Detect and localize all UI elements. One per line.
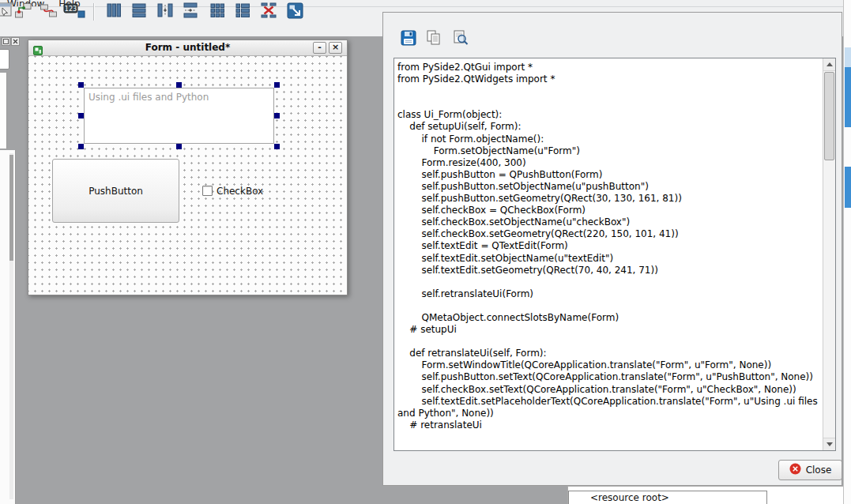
layout-vertical-icon — [130, 1, 149, 23]
scroll-up-button[interactable] — [823, 58, 835, 71]
dock-close-button[interactable] — [11, 37, 20, 46]
layout-horizontal-splitter-icon — [156, 1, 175, 23]
copy-code-button[interactable] — [423, 28, 445, 51]
layout-form-icon — [233, 1, 252, 23]
layout-form-button[interactable] — [232, 1, 253, 23]
arrow-down-icon — [827, 442, 833, 446]
arrow-up-icon — [827, 62, 833, 66]
code-view[interactable]: from PySide2.QtGui import * from PySide2… — [393, 58, 836, 451]
layout-horizontal-button[interactable] — [104, 1, 124, 23]
layout-vertical-button[interactable] — [129, 1, 149, 23]
right-edge-scroll-segment-2 — [845, 167, 851, 208]
find-icon — [452, 29, 469, 50]
toolbar-separator — [93, 3, 95, 21]
selection-handle-bottom-middle[interactable] — [176, 144, 182, 149]
form-designer-window: Form - untitled* - × Using .ui files and… — [28, 39, 348, 295]
designed-textedit-widget[interactable]: Using .ui files and Python — [84, 88, 274, 144]
save-icon — [400, 29, 417, 50]
svg-text:123: 123 — [65, 5, 77, 12]
textedit-placeholder-text: Using .ui files and Python — [85, 88, 273, 106]
save-code-button[interactable] — [397, 28, 420, 51]
edit-signals-slots-icon — [14, 2, 32, 23]
layout-grid-button[interactable] — [207, 1, 228, 23]
layout-vertical-splitter-icon — [181, 1, 200, 23]
layout-horizontal-splitter-button[interactable] — [155, 1, 175, 23]
break-layout-button[interactable] — [258, 1, 279, 23]
selection-handle-top-right[interactable] — [274, 82, 280, 88]
layout-vertical-splitter-button[interactable] — [180, 1, 201, 23]
adjust-size-icon — [285, 1, 305, 24]
designed-pushbutton-widget[interactable]: PushButton — [52, 159, 179, 223]
form-canvas[interactable]: Using .ui files and Python PushButton Ch… — [28, 56, 347, 295]
right-edge-scroll-segment-light — [845, 47, 851, 67]
pushbutton-label: PushButton — [88, 186, 143, 197]
form-window-titlebar[interactable]: Form - untitled* - × — [28, 40, 347, 56]
edit-buddies-button[interactable] — [38, 1, 58, 23]
widgetbox-filter-input[interactable] — [0, 49, 9, 70]
edit-signals-slots-button[interactable] — [13, 1, 33, 23]
copy-icon — [425, 29, 442, 50]
right-edge-scroll-segment-1 — [845, 67, 851, 127]
selection-handle-middle-left[interactable] — [78, 113, 84, 118]
layout-grid-icon — [208, 1, 227, 23]
left-dock-panel-top — [0, 73, 7, 149]
selection-handle-bottom-right[interactable] — [274, 144, 280, 149]
view-code-dialog: from PySide2.QtGui import * from PySide2… — [382, 12, 842, 486]
form-window-title: Form - untitled* — [28, 42, 347, 53]
resource-root-item[interactable]: <resource root> — [568, 491, 767, 504]
code-scrollbar-thumb[interactable] — [824, 72, 834, 160]
left-dock-panel-bottom — [0, 150, 16, 504]
layout-horizontal-icon — [104, 1, 123, 23]
form-close-button[interactable]: × — [329, 42, 342, 54]
selection-handle-top-left[interactable] — [78, 82, 84, 88]
edit-buddies-icon — [40, 2, 58, 23]
dock-float-icon — [3, 39, 9, 44]
edit-widgets-icon — [0, 1, 13, 23]
adjust-size-button[interactable] — [284, 1, 305, 23]
main-toolbar: 123 — [0, 0, 442, 25]
dock-float-button[interactable] — [2, 37, 10, 46]
find-in-code-button[interactable] — [450, 28, 472, 51]
resource-browser-panel: <resource root> — [567, 486, 851, 504]
selection-handle-middle-right[interactable] — [274, 113, 280, 118]
designed-checkbox-widget[interactable]: CheckBox — [202, 175, 282, 207]
left-dock-scrollbar-thumb[interactable] — [9, 155, 13, 261]
close-icon — [789, 463, 801, 477]
form-minimize-button[interactable]: - — [313, 42, 326, 54]
scroll-down-button[interactable] — [823, 438, 835, 450]
code-scrollbar[interactable] — [823, 58, 835, 450]
checkbox-indicator[interactable] — [202, 186, 213, 196]
close-dialog-button[interactable]: Close — [778, 460, 842, 480]
checkbox-label: CheckBox — [217, 186, 263, 197]
selection-handle-bottom-left[interactable] — [78, 144, 84, 149]
edit-tab-order-button[interactable]: 123 — [62, 1, 87, 23]
break-layout-icon — [259, 1, 278, 23]
selection-handle-top-middle[interactable] — [176, 82, 182, 88]
qt-designer-app: WindowHelp — [0, 0, 851, 504]
dock-close-icon — [13, 39, 18, 44]
edit-tab-order-icon: 123 — [63, 2, 85, 23]
generated-python-code: from PySide2.QtGui import * from PySide2… — [397, 62, 821, 450]
close-button-label: Close — [806, 465, 832, 476]
